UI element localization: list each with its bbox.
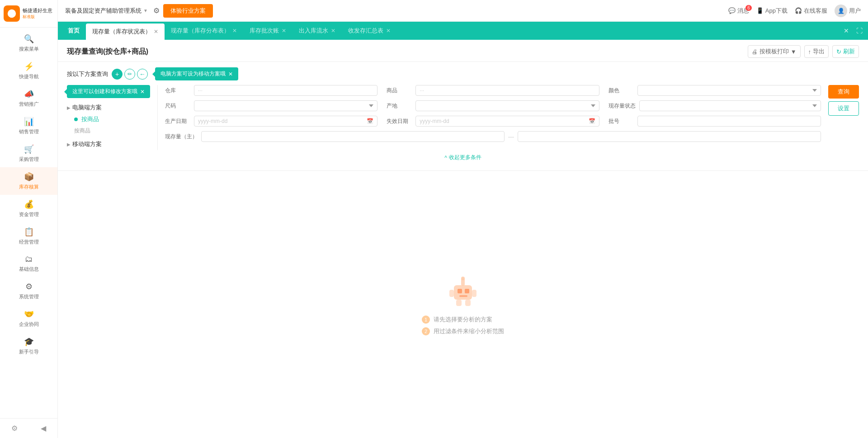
scheme-desktop[interactable]: ▶ 电脑端方案 [67, 102, 150, 113]
tab-inventory-dist[interactable]: 现存量（库存分布表） ✕ [165, 22, 243, 40]
scheme-tooltip-2-close-icon[interactable]: ✕ [140, 89, 145, 95]
topbar-left: 装备及固定资产辅助管理系统 ▼ ⚙ 体验行业方案 [65, 4, 213, 18]
sidebar-label-basic: 基础信息 [19, 266, 39, 273]
warehouse-input[interactable]: ··· [194, 85, 377, 96]
scheme-tooltip-1-close-icon[interactable]: ✕ [228, 71, 233, 77]
tab-home-label: 首页 [68, 27, 80, 35]
export-btn[interactable]: ↑ 导出 [804, 45, 829, 58]
warehouse-dots: ··· [198, 87, 203, 94]
scheme-tooltip-1-text: 电脑方案可设为移动方案哦 [160, 70, 226, 78]
origin-select[interactable] [415, 100, 599, 111]
svg-rect-2 [458, 289, 462, 293]
print-btn[interactable]: 🖨 按模板打印 ▼ [748, 45, 801, 58]
tip-2-text: 用过滤条件来缩小分析范围 [434, 327, 504, 335]
tab-inventory-status-close-icon[interactable]: ✕ [154, 28, 158, 35]
scheme-desktop-child-label: 按商品 [81, 115, 99, 123]
filter-actions: + ✏ ← [112, 69, 148, 80]
tab-inventory-dist-close-icon[interactable]: ✕ [232, 28, 237, 34]
sidebar-item-sales[interactable]: 📊 销售管理 [0, 112, 57, 140]
sidebar-item-operation[interactable]: 📋 经营管理 [0, 222, 57, 250]
tab-inventory-status[interactable]: 现存量（库存状况表） ✕ [86, 24, 165, 40]
sidebar-item-purchase[interactable]: 🛒 采购管理 [0, 140, 57, 167]
origin-label: 产地 [387, 102, 412, 110]
user-avatar-icon: 👤 [838, 8, 844, 14]
batch-input[interactable] [637, 116, 821, 127]
sidebar-item-inventory[interactable]: 📦 库存核算 [0, 167, 57, 195]
size-select[interactable] [194, 100, 377, 111]
tab-close-all-icon[interactable]: ✕ [842, 25, 851, 36]
topbar-app-download[interactable]: 📱 App下载 [756, 7, 788, 15]
tab-collect-summary[interactable]: 收发存汇总表 ✕ [342, 22, 397, 40]
filter-collapse-btn[interactable]: ^ 收起更多条件 [67, 150, 859, 165]
produce-date-start[interactable]: yyyy-mm-dd 📅 [194, 116, 377, 127]
sidebar-item-basic[interactable]: 🗂 基础信息 [0, 250, 57, 277]
sidebar-label-enterprise: 企业协同 [19, 321, 39, 328]
tab-fullscreen-icon[interactable]: ⛶ [854, 25, 864, 36]
filter-row-3: 生产日期 yyyy-mm-dd 📅 失效日期 [165, 116, 821, 127]
app-selector[interactable]: 装备及固定资产辅助管理系统 ▼ [65, 7, 148, 15]
topbar-message[interactable]: 💬 消息 6 [728, 7, 749, 15]
edit-scheme-btn[interactable]: ✏ [124, 69, 135, 80]
experience-btn[interactable]: 体验行业方案 [163, 4, 213, 18]
scheme-text-other: 按商品 [67, 127, 150, 135]
batch-label: 批号 [609, 118, 634, 125]
filter-area: 按以下方案查询 + ✏ ← 电脑方案可设为移动方案哦 [58, 62, 868, 171]
print-chevron-icon: ▼ [791, 48, 797, 55]
tab-inventory-status-label: 现存量（库存状况表） [92, 28, 151, 36]
sidebar-logo: 畅捷通好生意 标准版 [0, 0, 57, 28]
stock-status-select[interactable] [639, 100, 821, 111]
tab-inout-flow[interactable]: 出入库流水 ✕ [292, 22, 342, 40]
sidebar-item-search[interactable]: 🔍 搜索菜单 [0, 29, 57, 57]
back-scheme-btn[interactable]: ← [137, 69, 148, 80]
scheme-mobile[interactable]: ▶ 移动端方案 [67, 138, 150, 150]
online-service-icon: 🎧 [795, 7, 802, 14]
sidebar-item-quick-nav[interactable]: ⚡ 快捷导航 [0, 57, 57, 85]
app-selector-chevron-icon: ▼ [143, 8, 148, 13]
tip-1-text: 请先选择要分析的方案 [434, 316, 492, 324]
scheme-desktop-arrow-icon: ▶ [67, 105, 71, 110]
app-name-text: 畅捷通好生意 [23, 7, 52, 14]
sidebar-label-operation: 经营管理 [19, 239, 39, 245]
sidebar-item-guide[interactable]: 🎓 新手引导 [0, 332, 57, 360]
stock-qty-min-input[interactable] [201, 131, 505, 142]
tab-inventory-batch-label: 库存批次账 [250, 27, 279, 35]
topbar-user[interactable]: 👤 用户 [835, 5, 861, 17]
produce-date-start-placeholder: yyyy-mm-dd [198, 118, 227, 124]
color-select[interactable] [637, 85, 821, 96]
finance-icon: 💰 [24, 199, 34, 209]
query-btn[interactable]: 查询 [828, 85, 859, 99]
tab-inventory-batch-close-icon[interactable]: ✕ [282, 28, 286, 34]
scheme-desktop-child-1[interactable]: 按商品 [74, 113, 150, 125]
tip-1-num: 1 [422, 316, 430, 324]
sidebar-bottom: ⚙ ◀ [0, 418, 57, 438]
sidebar-settings-btn[interactable]: ⚙ [9, 422, 19, 434]
tab-home[interactable]: 首页 [61, 22, 86, 40]
stock-qty-max-input[interactable] [518, 131, 821, 142]
topbar-user-label: 用户 [849, 7, 861, 15]
filter-field-warehouse: 仓库 ··· [165, 85, 377, 96]
sidebar-item-finance[interactable]: 💰 资金管理 [0, 195, 57, 222]
setup-btn[interactable]: 设置 [828, 101, 859, 116]
add-scheme-btn[interactable]: + [112, 69, 123, 80]
tab-inventory-batch[interactable]: 库存批次账 ✕ [243, 22, 292, 40]
svg-point-6 [461, 277, 465, 280]
sidebar-collapse-btn[interactable]: ◀ [39, 422, 48, 434]
sidebar-item-marketing[interactable]: 📣 营销推广 [0, 85, 57, 112]
tree-dot [74, 118, 78, 121]
topbar-online-service[interactable]: 🎧 在线客服 [795, 7, 827, 15]
scheme-desktop-label: 电脑端方案 [72, 104, 102, 112]
refresh-btn[interactable]: ↻ 刷新 [832, 45, 859, 58]
expire-date-range: yyyy-mm-dd 📅 [415, 116, 599, 127]
sidebar-item-enterprise[interactable]: 🤝 企业协同 [0, 305, 57, 332]
svg-rect-3 [465, 289, 469, 293]
tab-collect-summary-close-icon[interactable]: ✕ [386, 28, 391, 34]
expire-date-start[interactable]: yyyy-mm-dd 📅 [415, 116, 599, 127]
sidebar-label-marketing: 营销推广 [19, 101, 39, 108]
topbar-settings-icon[interactable]: ⚙ [153, 6, 160, 15]
sidebar-item-system[interactable]: ⚙ 系统管理 [0, 277, 57, 305]
empty-state: 1 请先选择要分析的方案 2 用过滤条件来缩小分析范围 [58, 171, 868, 438]
goods-input[interactable]: ··· [415, 85, 599, 96]
content-inner: 现存量查询(按仓库+商品) 🖨 按模板打印 ▼ ↑ 导出 ↻ [58, 40, 868, 438]
sidebar-label-search: 搜索菜单 [19, 46, 39, 52]
tab-inout-flow-close-icon[interactable]: ✕ [331, 28, 335, 34]
